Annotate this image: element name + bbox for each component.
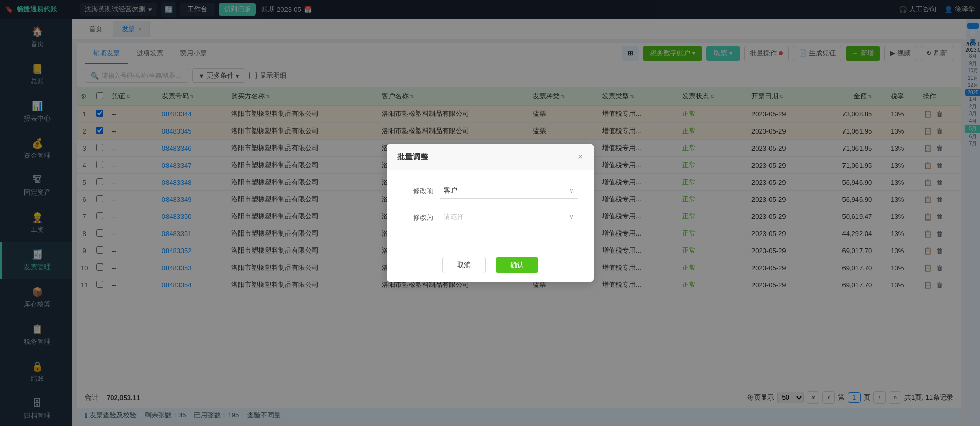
modal-title: 批量调整 [397,152,428,162]
modal-body: 修改项 客户 ∨ 修改为 请选择 ∨ [387,170,594,248]
modal-row-field: 修改项 客户 ∨ [402,183,578,199]
field-select[interactable]: 客户 ∨ [440,183,578,199]
field-label: 修改项 [402,186,433,196]
field-chevron-icon: ∨ [569,187,574,194]
confirm-button[interactable]: 确认 [496,257,538,273]
cancel-button[interactable]: 取消 [442,257,486,273]
modal-footer: 取消 确认 [387,248,594,282]
change-to-chevron-icon: ∨ [569,213,574,221]
modal-header: 批量调整 × [387,144,594,170]
modal-row-change-to: 修改为 请选择 ∨ [402,209,578,225]
modal-overlay: 批量调整 × 修改项 客户 ∨ 修改为 请选择 ∨ 取消 确认 [0,0,980,426]
change-to-select[interactable]: 请选择 ∨ [440,209,578,225]
modal-close-button[interactable]: × [578,152,583,163]
batch-adjust-modal: 批量调整 × 修改项 客户 ∨ 修改为 请选择 ∨ 取消 确认 [387,144,594,282]
change-to-label: 修改为 [402,213,433,222]
